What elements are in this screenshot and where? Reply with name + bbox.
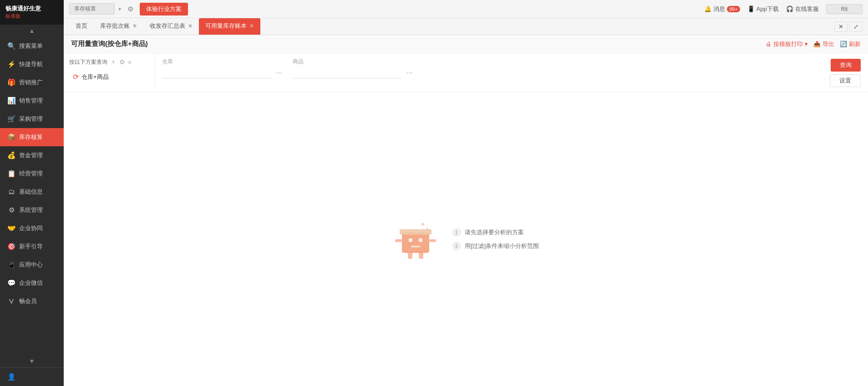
svg-rect-7 [408, 252, 412, 259]
sidebar-item-app-center[interactable]: 📱应用中心 [0, 256, 64, 274]
empty-hints: 1 请先选择要分析的方案 2 用[过滤]条件来缩小分析范围 [452, 228, 539, 251]
sidebar-item-search[interactable]: 🔍搜索菜单 [0, 37, 64, 55]
sidebar-scroll-up[interactable]: ▲ [0, 25, 64, 37]
query-btn[interactable]: 查询 [831, 59, 861, 72]
sidebar-item-label: 系统管理 [19, 206, 43, 214]
product-field: 商品 ··· [293, 58, 414, 78]
warehouse-input[interactable] [162, 67, 271, 78]
scheme-header-label: 按以下方案查询 [69, 58, 107, 66]
tabs-bar: 首页 库存批次账 ✕ 收发存汇总表 ✕ 可用量库存账本 ✕ ✕ ⤢ [64, 18, 868, 35]
print-action[interactable]: 🖨 按模板打印 ▾ [766, 40, 808, 48]
topbar-right: 🔔 消息 99+ 📱 App下载 🎧 在线客服 Rit [704, 4, 863, 14]
sidebar-scroll-down[interactable]: ▼ [0, 355, 64, 367]
tab-receipt-summary[interactable]: 收发存汇总表 ✕ [143, 18, 199, 35]
empty-hint-1-text: 请先选择要分析的方案 [465, 228, 524, 237]
tab-home[interactable]: 首页 [69, 18, 94, 35]
print-icon: 🖨 [766, 41, 772, 47]
sidebar-item-enterprise[interactable]: 🤝企业协同 [0, 219, 64, 237]
sidebar-item-label: 营销推广 [19, 78, 43, 87]
notifications-badge: 99+ [727, 6, 740, 12]
notifications-btn[interactable]: 🔔 消息 99+ [704, 5, 740, 13]
wechat-icon: 💬 [7, 279, 15, 287]
warehouse-more-btn[interactable]: ··· [274, 68, 284, 78]
sidebar-item-label: 经营管理 [19, 170, 43, 178]
warehouse-label: 仓库 [162, 58, 284, 66]
sidebar-footer: 👤 [0, 367, 64, 386]
logo-name: 畅康通好生意 [5, 5, 58, 13]
sidebar-item-label: 新手引导 [19, 242, 43, 251]
filter-actions: 查询 设置 [830, 58, 861, 87]
refresh-label: 刷新 [849, 40, 861, 48]
tab-batch-accounts[interactable]: 库存批次账 ✕ [94, 18, 143, 35]
scheme-label: 仓库+商品 [81, 73, 109, 81]
sidebar-item-inventory[interactable]: 📦库存核算 [0, 128, 64, 146]
sidebar-item-label: 基础信息 [19, 188, 43, 196]
tab-receipt-summary-label: 收发存汇总表 [150, 22, 185, 30]
product-more-btn[interactable]: ··· [405, 68, 414, 78]
sidebar: 畅康通好生意 标准版 ▲ 🔍搜索菜单⚡快捷导航🎁营销推广📊销售管理🛒采购管理📦库… [0, 0, 64, 386]
empty-hint-2: 2 用[过滤]条件来缩小分析范围 [452, 242, 539, 251]
topbar: 库存核算 ▾ ⚙ 体验行业方案 🔔 消息 99+ 📱 App下载 🎧 在线客服 … [64, 0, 868, 18]
tab-batch-accounts-label: 库存批次账 [100, 22, 130, 30]
online-service-btn[interactable]: 🎧 在线客服 [786, 5, 819, 13]
sidebar-item-finance[interactable]: 💰资金管理 [0, 146, 64, 165]
page-header: 可用量查询(按仓库+商品) 🖨 按模板打印 ▾ 📤 导出 🔄 刷新 [64, 35, 868, 53]
tab-available-ledger-close[interactable]: ✕ [249, 23, 254, 29]
sidebar-item-onboarding[interactable]: 🎯新手引导 [0, 237, 64, 256]
export-action[interactable]: 📤 导出 [813, 40, 834, 48]
sidebar-item-purchase[interactable]: 🛒采购管理 [0, 110, 64, 128]
trial-industry-btn[interactable]: 体验行业方案 [140, 3, 188, 15]
app-download-btn[interactable]: 📱 App下载 [747, 5, 779, 13]
tab-available-ledger[interactable]: 可用量库存账本 ✕ [199, 18, 260, 35]
sidebar-item-quick-nav[interactable]: ⚡快捷导航 [0, 55, 64, 73]
online-service-label: 在线客服 [795, 5, 819, 13]
logo-subtitle: 标准版 [5, 13, 58, 20]
collapse-filter-btn[interactable]: « [128, 58, 132, 66]
product-input[interactable] [293, 67, 402, 78]
hint-num-2: 2 [452, 242, 461, 251]
tabs-expand-btn[interactable]: ⤢ [849, 21, 863, 32]
app-center-icon: 📱 [7, 261, 15, 269]
product-field-row: ··· [293, 67, 414, 78]
empty-hint-2-text: 用[过滤]条件来缩小分析范围 [465, 242, 539, 250]
onboarding-icon: 🎯 [7, 242, 15, 251]
tab-home-label: 首页 [76, 22, 87, 30]
sidebar-item-label: 资金管理 [19, 151, 43, 160]
enterprise-icon: 🤝 [7, 224, 15, 232]
scheme-icon: ⟳ [73, 72, 79, 81]
sidebar-logo: 畅康通好生意 标准版 [0, 0, 64, 25]
manage-scheme-btn[interactable]: ⚙ [119, 58, 125, 66]
gear-icon[interactable]: ⚙ [125, 4, 136, 14]
export-label: 导出 [822, 40, 834, 48]
breadcrumb-arrow[interactable]: ▾ [118, 6, 121, 12]
svg-rect-5 [395, 239, 402, 242]
print-arrow[interactable]: ▾ [805, 41, 808, 47]
sidebar-item-wechat[interactable]: 💬企业微信 [0, 274, 64, 292]
sidebar-item-basic[interactable]: 🗂基础信息 [0, 183, 64, 201]
tabs-close-btn[interactable]: ✕ [834, 21, 848, 32]
settings-btn[interactable]: 设置 [830, 74, 861, 87]
inventory-icon: 📦 [7, 133, 15, 141]
mobile-icon: 📱 [747, 5, 755, 12]
page-title: 可用量查询(按仓库+商品) [71, 40, 148, 48]
sidebar-item-label: 采购管理 [19, 115, 43, 123]
filter-right-panel: 仓库 ··· 商品 ··· 查询 设置 [155, 53, 868, 92]
sidebar-item-member[interactable]: V畅会员 [0, 292, 64, 310]
add-scheme-btn[interactable]: ＋ [110, 58, 117, 66]
export-icon: 📤 [813, 41, 821, 47]
user-menu[interactable]: Rit [826, 4, 863, 14]
refresh-action[interactable]: 🔄 刷新 [840, 40, 861, 48]
page-content: 可用量查询(按仓库+商品) 🖨 按模板打印 ▾ 📤 导出 🔄 刷新 [64, 35, 868, 386]
breadcrumb-input[interactable]: 库存核算 [69, 3, 115, 15]
search-icon: 🔍 [7, 42, 15, 50]
system-icon: ⚙ [7, 206, 15, 214]
tab-receipt-summary-close[interactable]: ✕ [188, 23, 193, 29]
scheme-item-warehouse-product[interactable]: ⟳ 仓库+商品 [69, 70, 149, 84]
sidebar-item-system[interactable]: ⚙系统管理 [0, 201, 64, 219]
tab-batch-accounts-close[interactable]: ✕ [132, 23, 137, 29]
sidebar-item-sales[interactable]: 📊销售管理 [0, 92, 64, 110]
sidebar-item-marketing[interactable]: 🎁营销推广 [0, 73, 64, 92]
tabs-actions: ✕ ⤢ [834, 21, 863, 32]
sidebar-item-operations[interactable]: 📋经营管理 [0, 165, 64, 183]
purchase-icon: 🛒 [7, 115, 15, 123]
